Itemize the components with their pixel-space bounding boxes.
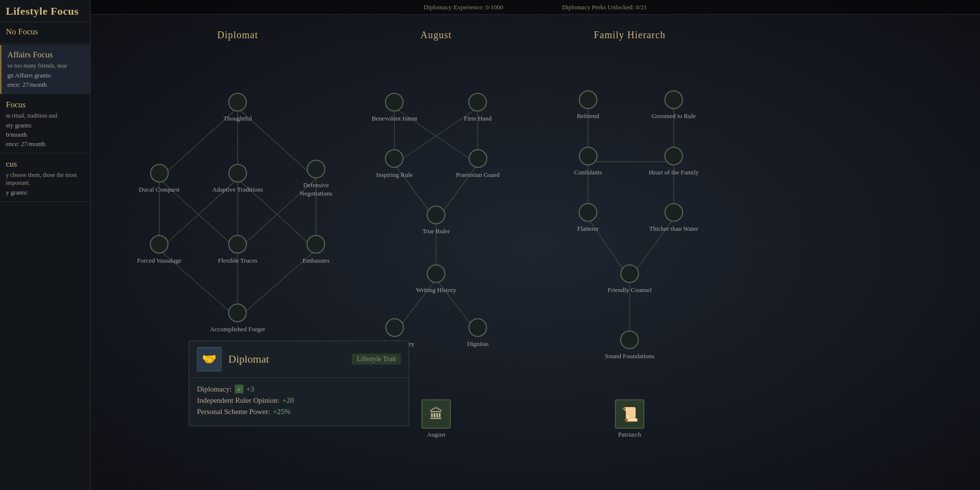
node-circle-true-ruler: [427, 206, 445, 224]
focus3-grants: y grants:: [6, 189, 84, 196]
affairs-stat1: ence: 27/month: [7, 81, 84, 89]
node-heart-of-the-family[interactable]: Heart of the Family: [649, 147, 699, 177]
node-dignitas[interactable]: Dignitas: [467, 318, 489, 348]
node-label-confidants: Confidants: [574, 169, 602, 177]
sidebar-section-no-focus[interactable]: No Focus: [0, 22, 90, 44]
node-circle-defensive-negotiations: [307, 160, 325, 178]
sidebar-section-focus2[interactable]: Focus m ritual, tradition and sty grants…: [0, 95, 90, 153]
opinion-bonus: +20: [282, 396, 294, 405]
node-embassies[interactable]: Embassies: [303, 235, 330, 265]
node-label-forced-vassalage: Forced Vassalage: [137, 257, 181, 265]
node-circle-forced-vassalage: [150, 235, 169, 254]
node-label-thicker-than-water: Thicker than Water: [649, 225, 698, 233]
node-circle-dignitas: [468, 318, 487, 337]
sidebar-section-focus3[interactable]: cus y choose them, those the most import…: [0, 154, 90, 202]
node-flatterer[interactable]: Flatterer: [577, 203, 599, 233]
affairs-desc: ve too many friends, near: [7, 62, 84, 70]
node-adaptive-traditions[interactable]: Adaptive Traditions: [212, 164, 263, 194]
node-circle-befriend: [579, 91, 597, 109]
col-header-august: August: [420, 29, 452, 41]
tooltip-title: Diplomat: [228, 353, 345, 366]
col-header-diplomat: Diplomat: [217, 29, 258, 41]
node-circle-writing-history: [427, 265, 445, 283]
node-label-befriend: Befriend: [577, 112, 599, 121]
node-accomplished-forger[interactable]: Accomplished Forger: [210, 304, 266, 334]
trait-icon-label-august-trait: August: [427, 431, 445, 439]
node-circle-thoughtful: [228, 93, 247, 112]
perk-tree: Diplomat August Family Hierarch Thoughtf…: [91, 15, 980, 490]
sidebar: Lifestyle Focus No Focus Affairs Focus v…: [0, 0, 91, 490]
diplomacy-stat-icon: ⚔: [235, 385, 244, 393]
col-header-family: Family Hierarch: [594, 29, 666, 41]
diplomacy-bonus: +3: [246, 385, 254, 393]
node-circle-benevolent-intent: [385, 93, 404, 112]
tooltip-header: 🤝 Diplomat Lifestyle Trait: [189, 341, 409, 378]
sidebar-title: Lifestyle Focus: [0, 0, 90, 22]
focus2-desc: m ritual, tradition and: [6, 112, 84, 120]
tooltip-body: Diplomacy: ⚔ +3 Independent Ruler Opinio…: [189, 378, 409, 426]
node-circle-flexible-truces: [228, 235, 247, 254]
node-friendly-counsel[interactable]: Friendly Counsel: [608, 265, 652, 294]
node-label-inspiring-rule: Inspiring Rule: [376, 171, 413, 179]
tooltip-badge: Lifestyle Trait: [352, 354, 401, 365]
node-label-benevolent-intent: Benevolent Intent: [372, 115, 417, 123]
node-thicker-than-water[interactable]: Thicker than Water: [649, 203, 698, 233]
node-label-praetorian-guard: Praetorian Guard: [456, 171, 499, 179]
no-focus-title: No Focus: [6, 27, 84, 37]
trait-icon-label-patriarch-trait: Patriarch: [618, 431, 641, 439]
node-inspiring-rule[interactable]: Inspiring Rule: [376, 149, 413, 179]
node-circle-confidants: [579, 147, 597, 166]
tooltip-trait-icon: 🤝: [197, 347, 221, 371]
node-label-sound-foundations: Sound Foundations: [605, 352, 655, 361]
node-label-friendly-counsel: Friendly Counsel: [608, 286, 652, 294]
node-circle-adaptive-traditions: [228, 164, 247, 183]
node-circle-sound-foundations: [620, 331, 639, 349]
node-forced-vassalage[interactable]: Forced Vassalage: [137, 235, 181, 265]
affairs-grants: gn Affairs grants:: [7, 72, 84, 79]
node-groomed-to-rule[interactable]: Groomed to Rule: [652, 91, 696, 121]
tooltip-stat-opinion: Independent Ruler Opinion: +20: [197, 396, 401, 405]
node-label-firm-hand: Firm Hand: [464, 115, 492, 123]
node-circle-groomed-to-rule: [664, 91, 683, 109]
node-firm-hand[interactable]: Firm Hand: [464, 93, 492, 123]
node-writing-history[interactable]: Writing History: [416, 265, 456, 294]
trait-patriarch-trait[interactable]: 📜Patriarch: [615, 399, 644, 439]
node-label-flexible-truces: Flexible Truces: [218, 257, 258, 265]
node-thoughtful[interactable]: Thoughtful: [223, 93, 252, 123]
node-defensive-negotiations[interactable]: Defensive Negotiations: [287, 160, 345, 198]
node-flexible-truces[interactable]: Flexible Truces: [218, 235, 258, 265]
stat-label-opinion: Independent Ruler Opinion:: [197, 396, 279, 405]
node-confidants[interactable]: Confidants: [574, 147, 602, 177]
node-ducal-conquest[interactable]: Ducal Conquest: [139, 164, 179, 194]
node-befriend[interactable]: Befriend: [577, 91, 599, 121]
node-sound-foundations[interactable]: Sound Foundations: [605, 331, 655, 361]
stat-label-scheme: Personal Scheme Power:: [197, 408, 270, 416]
focus2-stat2: ence: 27/month: [6, 140, 84, 148]
node-label-adaptive-traditions: Adaptive Traditions: [212, 186, 263, 194]
focus2-grants: sty grants:: [6, 122, 84, 129]
exp-label: Diplomacy Experience: 0/1000: [423, 3, 503, 11]
trait-august-trait[interactable]: 🏛August: [421, 399, 451, 439]
focus3-title: cus: [6, 159, 84, 169]
node-label-thoughtful: Thoughtful: [223, 115, 252, 123]
node-circle-thicker-than-water: [664, 203, 683, 222]
node-circle-friendly-counsel: [620, 265, 639, 283]
node-label-embassies: Embassies: [303, 257, 330, 265]
node-circle-heart-of-the-family: [664, 147, 683, 166]
node-true-ruler[interactable]: True Ruler: [422, 206, 450, 236]
topbar: Diplomacy Experience: 0/1000 Diplomacy P…: [91, 0, 980, 15]
node-benevolent-intent[interactable]: Benevolent Intent: [372, 93, 417, 123]
tooltip-diplomat: 🤝 Diplomat Lifestyle Trait Diplomacy: ⚔ …: [189, 341, 409, 426]
node-label-heart-of-the-family: Heart of the Family: [649, 169, 699, 177]
node-label-groomed-to-rule: Groomed to Rule: [652, 112, 696, 121]
trait-icon-img-patriarch-trait: 📜: [615, 399, 644, 429]
node-praetorian-guard[interactable]: Praetorian Guard: [456, 149, 499, 179]
tooltip-stat-diplomacy: Diplomacy: ⚔ +3: [197, 385, 401, 393]
main-panel: Diplomacy Experience: 0/1000 Diplomacy P…: [91, 0, 980, 490]
node-circle-a-life-of-glory: [385, 318, 404, 337]
sidebar-section-affairs[interactable]: Affairs Focus ve too many friends, near …: [0, 45, 90, 94]
node-label-defensive-negotiations: Defensive Negotiations: [287, 181, 345, 198]
node-label-dignitas: Dignitas: [467, 340, 489, 348]
affairs-title: Affairs Focus: [7, 50, 84, 60]
stat-label-diplomacy: Diplomacy:: [197, 385, 232, 393]
